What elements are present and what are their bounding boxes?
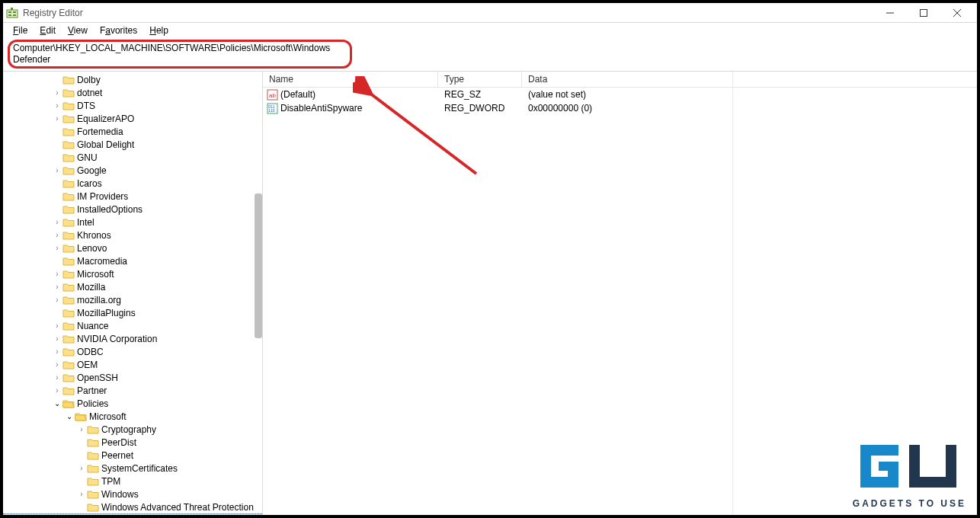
tree-item[interactable]: ⌄Microsoft <box>3 410 262 423</box>
tree-item[interactable]: ›Partner <box>3 384 262 397</box>
col-data[interactable]: Data <box>522 72 977 87</box>
folder-icon <box>88 515 100 519</box>
tree-item[interactable]: Dolby <box>3 73 262 86</box>
tree-item[interactable]: ›Lenovo <box>3 241 262 254</box>
col-type[interactable]: Type <box>438 72 522 87</box>
tree-item[interactable]: MozillaPlugins <box>3 306 262 319</box>
values-list[interactable]: ab(Default)REG_SZ(value not set)011110Di… <box>263 88 977 115</box>
tree-pane[interactable]: Dolby›dotnet›DTS›EqualizerAPOFortemediaG… <box>3 72 263 518</box>
folder-icon <box>62 295 75 305</box>
folder-icon <box>62 88 75 98</box>
folder-icon <box>87 437 99 448</box>
maximize-button[interactable] <box>907 3 940 23</box>
value-type-icon: ab <box>267 89 278 101</box>
tree-item[interactable]: ›ODBC <box>3 345 262 358</box>
tree-item[interactable]: ›Google <box>3 164 262 177</box>
tree-item[interactable]: InstalledOptions <box>3 203 262 216</box>
tree-item[interactable]: GNU <box>3 151 262 164</box>
folder-icon <box>62 114 75 124</box>
values-pane[interactable]: Name Type Data ab(Default)REG_SZ(value n… <box>263 72 977 518</box>
tree-item[interactable]: TPM <box>3 475 262 488</box>
tree-item[interactable]: PeerDist <box>3 436 262 449</box>
svg-rect-0 <box>7 10 18 18</box>
tree-item-label: Fortemedia <box>77 125 127 139</box>
svg-rect-7 <box>921 9 927 16</box>
tree-item[interactable]: ›Windows <box>3 488 262 500</box>
close-button[interactable] <box>940 3 974 23</box>
folder-icon <box>62 373 75 383</box>
folder-icon <box>62 152 75 163</box>
tree-item-label: SystemCertificates <box>101 462 181 475</box>
tree-item[interactable]: Global Delight <box>3 138 262 151</box>
tree-item-label: Icaros <box>77 177 105 190</box>
menu-edit[interactable]: Edit <box>34 24 61 37</box>
svg-rect-3 <box>13 11 16 13</box>
tree-item-label: Macromedia <box>77 254 130 268</box>
tree-item-label: InstalledOptions <box>77 203 146 216</box>
folder-icon <box>62 204 75 215</box>
tree-item[interactable]: ›dotnet <box>3 86 262 99</box>
folder-icon <box>62 269 75 280</box>
tree-item[interactable]: ›NVIDIA Corporation <box>3 332 262 345</box>
tree-item-label: Microsoft <box>77 267 117 281</box>
tree-item[interactable]: Peernet <box>3 449 262 462</box>
values-header: Name Type Data <box>263 72 977 88</box>
address-path[interactable]: Computer\HKEY_LOCAL_MACHINE\SOFTWARE\Pol… <box>13 43 330 65</box>
menu-view[interactable]: View <box>62 24 93 37</box>
minimize-button[interactable] <box>873 3 907 23</box>
tree-item-label: Windows <box>101 488 142 501</box>
tree-item[interactable]: ›Cryptography <box>3 423 262 436</box>
tree-item[interactable]: ›DTS <box>3 99 262 112</box>
folder-icon <box>87 463 99 474</box>
tree-item-label: TPM <box>101 475 123 488</box>
tree-item-label: PeerDist <box>101 436 139 449</box>
tree-item-label: Google <box>77 164 110 177</box>
folder-icon <box>62 308 75 318</box>
tree-item[interactable]: Fortemedia <box>3 125 262 138</box>
tree-item[interactable]: ›Mozilla <box>3 280 262 293</box>
col-name[interactable]: Name <box>263 72 438 87</box>
tree-item-label: Global Delight <box>77 138 137 152</box>
tree-item[interactable]: ⌄Windows Defender <box>3 513 262 518</box>
tree-item[interactable]: ›Khronos <box>3 229 262 241</box>
tree-item[interactable]: ›EqualizerAPO <box>3 112 262 125</box>
tree-item[interactable]: Windows Advanced Threat Protection <box>3 500 262 513</box>
tree-item-label: Cryptography <box>101 423 159 436</box>
folder-icon <box>62 230 75 241</box>
tree-item-label: Partner <box>77 384 110 398</box>
tree-item[interactable]: ⌄Policies <box>3 397 262 410</box>
tree-item[interactable]: ›OEM <box>3 358 262 371</box>
value-row[interactable]: 011110DisableAntiSpywareREG_DWORD0x00000… <box>263 101 977 115</box>
tree-item[interactable]: ›Microsoft <box>3 267 262 280</box>
folder-icon <box>62 217 75 228</box>
tree-item[interactable]: ›OpenSSH <box>3 371 262 384</box>
folder-icon <box>62 334 75 344</box>
tree-item-label: NVIDIA Corporation <box>77 332 160 346</box>
tree-item[interactable]: IM Providers <box>3 190 262 203</box>
addressbar-highlight: Computer\HKEY_LOCAL_MACHINE\SOFTWARE\Pol… <box>8 40 352 69</box>
value-type-icon: 011110 <box>267 103 278 114</box>
folder-icon <box>62 256 75 267</box>
value-row[interactable]: ab(Default)REG_SZ(value not set) <box>263 88 977 101</box>
tree-item[interactable]: ›Intel <box>3 216 262 229</box>
tree-item-label: Khronos <box>77 229 114 242</box>
registry-tree[interactable]: Dolby›dotnet›DTS›EqualizerAPOFortemediaG… <box>3 73 262 518</box>
tree-item[interactable]: ›SystemCertificates <box>3 462 262 475</box>
tree-item[interactable]: ›mozilla.org <box>3 293 262 306</box>
tree-item[interactable]: ›Nuance <box>3 319 262 332</box>
folder-icon <box>62 282 75 293</box>
tree-item[interactable]: Icaros <box>3 177 262 190</box>
value-name: (Default) <box>280 89 315 100</box>
menu-help[interactable]: Help <box>144 24 174 37</box>
svg-rect-1 <box>11 8 13 10</box>
tree-item-label: IM Providers <box>77 190 131 203</box>
tree-item-label: Lenovo <box>77 241 110 255</box>
folder-icon <box>62 165 75 176</box>
tree-item[interactable]: Macromedia <box>3 254 262 267</box>
menu-favorites[interactable]: Favorites <box>94 24 143 37</box>
svg-text:110: 110 <box>268 108 275 113</box>
folder-icon <box>62 126 75 137</box>
tree-item-label: GNU <box>77 151 101 165</box>
tree-scrollbar[interactable] <box>255 193 262 338</box>
menu-file[interactable]: File <box>8 24 33 37</box>
